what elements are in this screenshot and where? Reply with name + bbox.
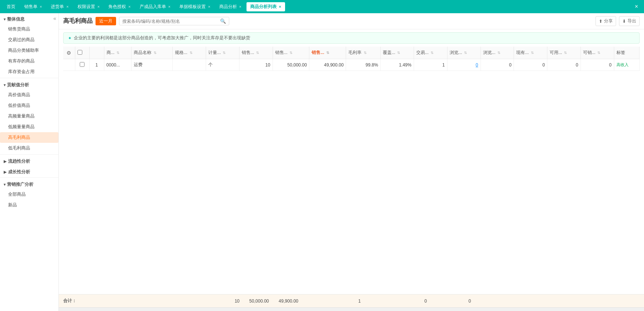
row-margin-rate: 99.8% [346,59,381,71]
export-button[interactable]: ⬇ 导出 [619,16,640,26]
chevron-down-icon-2: ▾ [4,83,6,87]
sidebar-group-overall[interactable]: ▾ 整体信息 [0,13,58,24]
sidebar-item-stocked-goods[interactable]: 有库存的商品 [0,56,58,66]
row-num: 1 [89,59,104,71]
row-select-checkbox[interactable] [80,62,84,67]
share-icon: ⬆ [599,19,602,24]
row-name: 运费 [132,59,173,71]
sidebar-collapse-button[interactable]: « [53,15,56,21]
nav-permissions-close[interactable]: × [97,4,100,9]
col-spec[interactable]: 规格... ⇅ [173,47,206,59]
col-sales-amount[interactable]: 销售... ⇅ [273,47,309,59]
footer-sales-amount: 50,000.00 [240,299,269,304]
sort-icon-spec: ⇅ [190,51,193,55]
nav-templates[interactable]: 单据模板设置 × [176,2,214,11]
footer-current-stock: 0 [405,299,427,304]
row-spec [173,59,206,71]
nav-analysis-close[interactable]: × [239,4,241,9]
sidebar-item-high-freq[interactable]: 高频量量商品 [0,111,58,122]
horizontal-scrollbar[interactable] [59,307,644,311]
sidebar-group-growth[interactable]: ▶ 成长性分析 [0,166,58,177]
nav-purchase-close[interactable]: × [66,4,68,9]
sidebar: « ▾ 整体信息 销售货商品 交易过的商品 商品分类辅助率 有库存的商品 库存资… [0,13,59,311]
nav-roles-close[interactable]: × [128,4,130,9]
col-browse2[interactable]: 浏览... ⇅ [481,47,514,59]
sidebar-item-sales-goods[interactable]: 销售货商品 [0,24,58,35]
table-body: 1 0000... 运费 个 10 50,000.00 49,900.00 99… [63,59,640,71]
nav-permissions[interactable]: 权限设置 × [74,2,103,11]
sidebar-overall-items: 销售货商品 交易过的商品 商品分类辅助率 有库存的商品 库存资金占用 [0,24,58,77]
nav-purchase[interactable]: 进货单 × [47,2,72,11]
nav-home[interactable]: 首页 [3,2,19,11]
content-area: 高毛利商品 近一月 🔍 ⬆ 分享 ⬇ 导出 ✦ 企业的主要的利润都是这部分商品创… [59,13,644,311]
nav-analysis-list-close[interactable]: × [279,4,281,9]
col-tag: 标签 [614,47,639,59]
nav-templates-close[interactable]: × [208,4,210,9]
sidebar-item-all-goods[interactable]: 全部商品 [0,189,58,200]
nav-products[interactable]: 产成品入库单 × [136,2,174,11]
col-code[interactable]: 商... ⇅ [104,47,132,59]
row-checkbox [75,59,89,71]
search-input[interactable] [122,19,220,24]
sidebar-item-low-freq[interactable]: 低频量量商品 [0,122,58,132]
chevron-down-icon: ▾ [4,17,6,21]
row-browse1[interactable]: 0 [447,59,481,71]
divider-3 [0,177,58,178]
sidebar-item-low-value[interactable]: 低价值商品 [0,100,58,111]
tag-badge: 高收入 [616,62,629,67]
select-all-checkbox[interactable] [78,50,82,55]
sort-icon-available: ⇅ [564,51,567,55]
info-banner: ✦ 企业的主要的利润都是这部分商品创造的，可考虑加大推广，同时关注库存是不要出现… [63,32,640,44]
close-all-button[interactable]: × [632,3,641,10]
nav-sales[interactable]: 销售单 × [21,2,46,11]
search-box: 🔍 [119,17,229,25]
nav-products-close[interactable]: × [168,4,170,9]
nav-sales-close[interactable]: × [40,4,42,9]
nav-analysis[interactable]: 商品分析 × [216,2,245,11]
col-sellable[interactable]: 可销... ⇅ [580,47,614,59]
sidebar-group-marketing[interactable]: ▾ 营销推广分析 [0,178,58,189]
sort-icon-name: ⇅ [154,51,156,55]
col-sales-qty[interactable]: 销售... ⇅ [239,47,273,59]
row-unit: 个 [206,59,240,71]
col-sales-cost[interactable]: 销售... ⇅ [309,47,346,59]
sidebar-item-stock-funds[interactable]: 库存资金占用 [0,66,58,77]
filter-recent-month-button[interactable]: 近一月 [96,17,116,25]
sort-icon-trade-count: ⇅ [431,51,433,55]
sidebar-marketing-items: 全部商品 新品 [0,189,58,210]
sort-icon-margin-rate: ⇅ [364,51,367,55]
col-browse1[interactable]: 浏览... ⇅ [447,47,481,59]
sidebar-item-new-goods[interactable]: 新品 [0,200,58,210]
col-current-stock[interactable]: 现有... ⇅ [514,47,547,59]
chevron-right-icon: ▶ [4,159,7,163]
content-header: 高毛利商品 近一月 🔍 ⬆ 分享 ⬇ 导出 [59,13,644,29]
footer-sales-qty: 10 [217,299,240,304]
col-name[interactable]: 商品名称 ⇅ [132,47,173,59]
sidebar-group-trend[interactable]: ▶ 流趋性分析 [0,155,58,166]
row-sales-cost: 49,900.00 [309,59,346,71]
col-settings[interactable]: ⚙ [63,47,75,59]
sort-icon-sales-cost: ⇅ [326,51,329,55]
col-trade-count[interactable]: 交易... ⇅ [414,47,447,59]
col-available[interactable]: 可用... ⇅ [547,47,581,59]
table-row: 1 0000... 运费 个 10 50,000.00 49,900.00 99… [63,59,640,71]
sidebar-item-high-margin[interactable]: 高毛利商品 [0,132,58,143]
sidebar-item-analysis-rate[interactable]: 商品分类辅助率 [0,45,58,56]
sidebar-item-traded-goods[interactable]: 交易过的商品 [0,35,58,45]
sort-icon-sales-amount: ⇅ [289,51,292,55]
table-container: ⚙ 商... ⇅ 商品名称 ⇅ [59,47,644,294]
nav-analysis-list[interactable]: 商品分析列表 × [247,2,285,11]
nav-roles[interactable]: 角色授权 × [105,2,134,11]
footer-sellable: 0 [449,299,471,304]
row-tag: 高收入 [614,59,639,71]
sidebar-group-wealth[interactable]: ▾ 贡献值分析 [0,79,58,90]
col-unit[interactable]: 计量... ⇅ [206,47,240,59]
sidebar-item-low-margin[interactable]: 低毛利商品 [0,143,58,153]
row-browse2: 0 [481,59,514,71]
settings-icon[interactable]: ⚙ [66,50,71,56]
search-icon[interactable]: 🔍 [220,18,226,24]
col-cover-rate[interactable]: 覆盖... ⇅ [381,47,414,59]
share-button[interactable]: ⬆ 分享 [596,16,616,26]
col-margin-rate[interactable]: 毛利率 ⇅ [346,47,381,59]
sidebar-item-high-value[interactable]: 高价值商品 [0,90,58,100]
